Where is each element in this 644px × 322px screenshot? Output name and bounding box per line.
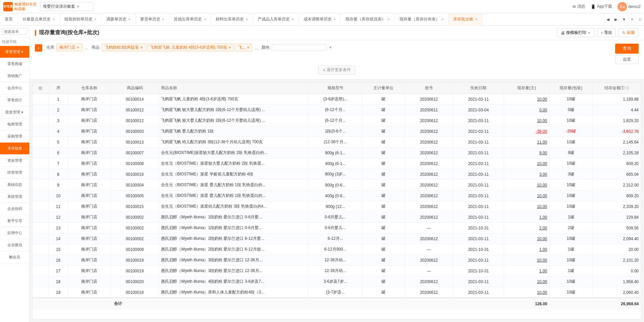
tab-fenliang[interactable]: 分量盘点单历史 × bbox=[18, 13, 60, 25]
sidebar-item-inventory[interactable]: 库存核算 bbox=[0, 143, 29, 155]
row-spec: 3-6岁及7岁... bbox=[309, 276, 362, 287]
row-warehouse: 南岸门店 bbox=[68, 94, 111, 105]
close-icon[interactable]: × bbox=[442, 17, 444, 21]
company-selector[interactable]: 母婴行业演示账套 ▼ bbox=[40, 2, 94, 11]
sidebar-item-app-center[interactable]: 应用中心 bbox=[0, 227, 29, 239]
nav-more-btn[interactable]: ▼ bbox=[620, 13, 628, 25]
close-icon[interactable]: × bbox=[388, 17, 390, 21]
row-stock-main[interactable]: 9.00 bbox=[504, 148, 549, 158]
row-stock-main[interactable]: 10.00 bbox=[504, 276, 549, 287]
refresh-btn[interactable]: ↻ 刷新 bbox=[619, 28, 639, 37]
info-icon[interactable]: ⓘ bbox=[626, 86, 629, 90]
close-icon[interactable]: × bbox=[246, 17, 248, 21]
export-btn[interactable]: ↑ 导出 bbox=[597, 28, 616, 37]
sidebar-item-enterprise[interactable]: 企业协同 bbox=[0, 203, 29, 215]
row-amount: 0.00 bbox=[593, 266, 641, 276]
tab-zuzhuang[interactable]: 组装拆卸单历史 × bbox=[60, 13, 102, 25]
sidebar-item-retail[interactable]: 零售管理 ▼ bbox=[0, 46, 29, 58]
tab-xiancun-fen[interactable]: 现存量（库存分布表） × bbox=[395, 13, 449, 25]
goods-tag-close-1[interactable]: × bbox=[140, 45, 143, 50]
row-stock-main[interactable]: 10.00 bbox=[504, 94, 549, 105]
warehouse-filter-tag[interactable]: 南岸门店 × bbox=[56, 44, 82, 51]
close-icon[interactable]: × bbox=[204, 17, 206, 21]
tab-home[interactable]: 首页 bbox=[0, 13, 18, 25]
sidebar-item-member[interactable]: 会员中心 bbox=[0, 82, 29, 94]
row-stock-main[interactable]: 10.00 bbox=[504, 287, 549, 298]
sidebar-item-purchase[interactable]: 采购管理 bbox=[0, 130, 29, 143]
close-icon[interactable]: × bbox=[475, 17, 477, 21]
tab-chancheng[interactable]: 产成品入库单历史 × bbox=[253, 13, 299, 25]
goods-tag-1[interactable]: 飞鹤奶粉3段两提装 × bbox=[102, 44, 146, 51]
nav-right-btn[interactable]: ▶ bbox=[612, 13, 620, 25]
row-spec: (12-36个月... bbox=[309, 137, 362, 148]
close-icon[interactable]: × bbox=[162, 17, 164, 21]
setting-btn[interactable]: 设置 bbox=[615, 55, 639, 64]
warehouse-tag-close[interactable]: × bbox=[77, 45, 79, 50]
tab-xiancun-zhuang[interactable]: 现存量（库存状况表） × bbox=[341, 13, 395, 25]
sidebar-item-operation[interactable]: 经营管理 bbox=[0, 167, 29, 179]
tab-chengben[interactable]: 成本调整单历史 × bbox=[299, 13, 341, 25]
close-icon[interactable]: × bbox=[53, 17, 55, 21]
print-btn[interactable]: 🖨 按模板打印 ▼ bbox=[557, 28, 594, 37]
close-icon[interactable]: × bbox=[95, 17, 97, 21]
row-stock-main[interactable]: 0.00 bbox=[504, 105, 549, 115]
sidebar-item-system[interactable]: 系统管理 bbox=[0, 191, 29, 203]
tab-yaohuo[interactable]: 要货单历史 × bbox=[136, 13, 169, 25]
nav-maximize-btn[interactable]: □ bbox=[636, 13, 644, 25]
goods-tag-more[interactable]: 飞... × bbox=[235, 44, 252, 51]
row-code: 00100003 bbox=[111, 126, 159, 137]
row-stock-main[interactable]: -39.00 bbox=[504, 126, 549, 137]
goods-tag-close-2[interactable]: × bbox=[228, 45, 231, 50]
close-icon[interactable]: × bbox=[292, 17, 294, 21]
row-stock-main[interactable]: 10.00 bbox=[504, 180, 549, 191]
row-stock-main[interactable]: 3.00 bbox=[504, 169, 549, 180]
goods-filter-more[interactable]: ... bbox=[254, 45, 258, 50]
sidebar-item-basic[interactable]: 基础信息 bbox=[0, 179, 29, 191]
row-stock-main[interactable]: 10.00 bbox=[504, 158, 549, 169]
row-stock-main[interactable]: 1.00 bbox=[504, 212, 549, 223]
row-check bbox=[33, 126, 49, 137]
close-icon[interactable]: × bbox=[334, 17, 336, 21]
sidebar-item-finance[interactable]: 资金管理 bbox=[0, 155, 29, 167]
row-stock-main[interactable]: 1.00 bbox=[504, 244, 549, 255]
tab-diaopo[interactable]: 调拨单历史 × bbox=[102, 13, 136, 25]
close-icon[interactable]: × bbox=[128, 17, 130, 21]
th-settings[interactable]: ⚙ bbox=[33, 83, 49, 94]
row-stock-main[interactable]: 2.00 bbox=[504, 223, 549, 233]
sidebar-item-retail-store[interactable]: 零售商城 bbox=[0, 58, 29, 70]
nav-left-btn[interactable]: ◀ bbox=[604, 13, 612, 25]
filter-expand-toggle[interactable]: › bbox=[35, 44, 42, 52]
filter-more-btn[interactable]: ... bbox=[84, 45, 88, 50]
export-icon: ↑ bbox=[601, 31, 603, 35]
settings-icon[interactable]: ⚙ bbox=[38, 86, 43, 91]
tab-kucun-pici[interactable]: 库存批次账 × bbox=[448, 13, 482, 25]
sidebar-item-wechat[interactable]: 企业微信 bbox=[0, 239, 29, 251]
tab-cailiao[interactable]: 材料出库单历史 × bbox=[211, 13, 253, 25]
row-stock-main[interactable]: 10.00 bbox=[504, 255, 549, 266]
row-stock-main[interactable]: 10.00 bbox=[504, 233, 549, 244]
color-input[interactable] bbox=[272, 44, 327, 51]
user-profile[interactable]: Ea demo2 bbox=[618, 2, 641, 11]
sidebar-item-guide[interactable]: 新手引导 bbox=[0, 215, 29, 227]
expand-conditions-btn[interactable]: ≡ 展开更多条件 bbox=[318, 65, 355, 74]
sidebar-item-ecommerce[interactable]: 电商管理 bbox=[0, 118, 29, 130]
sidebar-item-vip[interactable]: 畅会员 bbox=[0, 251, 29, 263]
row-stock-main[interactable]: 10.00 bbox=[504, 201, 549, 212]
color-dropdown-icon[interactable]: ▼ bbox=[329, 46, 332, 49]
sidebar-item-wholesale[interactable]: 批发管理 ▼ bbox=[0, 106, 29, 118]
query-btn[interactable]: 查询 bbox=[615, 44, 639, 54]
sidebar-item-marketing[interactable]: 营销推广 bbox=[0, 70, 29, 82]
row-stock-main[interactable]: 10.00 bbox=[504, 191, 549, 201]
goods-tag-2[interactable]: 飞鹤星飞帆 儿童奶粉 4段(3-6岁适用) 700克 × bbox=[147, 44, 234, 51]
search-input[interactable] bbox=[2, 28, 27, 35]
app-download-btn[interactable]: 📱 App下载 bbox=[591, 4, 612, 9]
message-btn[interactable]: ✉ 消息 bbox=[573, 4, 585, 9]
row-stock-main[interactable]: 10.00 bbox=[504, 115, 549, 126]
nav-close-btn[interactable]: × bbox=[628, 13, 636, 25]
row-stock-main[interactable]: 1.00 bbox=[504, 266, 549, 276]
sidebar-item-retail-stat[interactable]: 零售统计 bbox=[0, 94, 29, 106]
tab-qita[interactable]: 其他出库单历史 × bbox=[169, 13, 211, 25]
row-stock-main[interactable]: 11.00 bbox=[504, 137, 549, 148]
nav-tabs: 首页 分量盘点单历史 × 组装拆卸单历史 × 调拨单历史 × 要货单历史 × 其… bbox=[0, 13, 644, 25]
goods-tag-more-close[interactable]: × bbox=[247, 45, 249, 50]
